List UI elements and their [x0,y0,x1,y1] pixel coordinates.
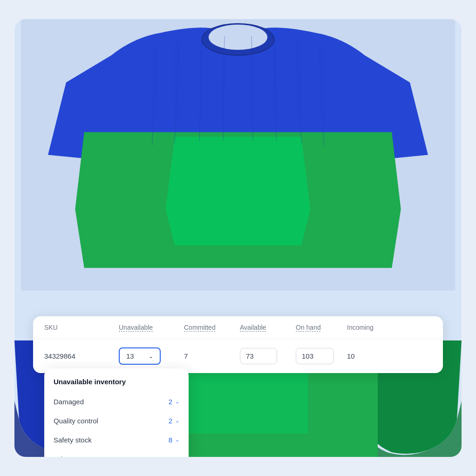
dropdown-item-quality-control-label: Quality control [54,417,98,425]
dropdown-item-quality-control-count: 2 [169,417,172,425]
dropdown-item-safety-stock-value-group: 8 ⌄ [169,436,179,444]
dropdown-item-other-label: Other [54,455,71,457]
dropdown-item-damaged-label: Damaged [54,398,84,406]
sku-value: 34329864 [44,352,119,360]
dropdown-item-damaged-count: 2 [169,398,172,406]
dropdown-title: Unavailable inventory [44,378,189,392]
dropdown-item-damaged[interactable]: Damaged 2 ⌄ [44,392,189,411]
header-on-hand: On hand [296,324,347,331]
header-committed: Committed [184,324,240,331]
dropdown-item-other[interactable]: Other 1 ⌄ [44,449,189,457]
chevron-down-icon: ⌄ [149,353,153,360]
dropdown-item-damaged-value-group: 2 ⌄ [169,398,179,406]
header-sku: SKU [44,324,119,331]
chevron-down-icon: ⌄ [175,456,179,457]
dropdown-item-safety-stock-count: 8 [169,436,172,444]
dropdown-item-other-value-group: 1 ⌄ [169,455,179,457]
dropdown-item-safety-stock-label: Safety stock [54,436,92,444]
unavailable-dropdown[interactable]: 13 ⌄ [119,347,161,365]
main-card: SKU Unavailable Committed Available On h… [14,19,462,457]
sweater-image [14,19,462,291]
dropdown-item-quality-control-value-group: 2 ⌄ [169,417,179,425]
dropdown-item-quality-control[interactable]: Quality control 2 ⌄ [44,411,189,430]
chevron-down-icon: ⌄ [175,437,179,443]
dropdown-item-safety-stock[interactable]: Safety stock 8 ⌄ [44,430,189,449]
incoming-value: 10 [347,352,394,360]
svg-point-2 [209,25,267,50]
inventory-table-card: SKU Unavailable Committed Available On h… [33,316,443,373]
header-available: Available [240,324,296,331]
table-header: SKU Unavailable Committed Available On h… [33,316,443,339]
header-unavailable: Unavailable [119,324,184,331]
available-input[interactable] [240,348,277,364]
chevron-down-icon: ⌄ [175,418,179,424]
dropdown-item-other-count: 1 [169,455,172,457]
header-incoming: Incoming [347,324,394,331]
unavailable-value: 13 [126,352,134,360]
on-hand-input[interactable] [296,348,334,364]
committed-value: 7 [184,352,240,360]
chevron-down-icon: ⌄ [175,399,179,405]
unavailable-dropdown-panel: Unavailable inventory Damaged 2 ⌄ Qualit… [44,368,189,457]
